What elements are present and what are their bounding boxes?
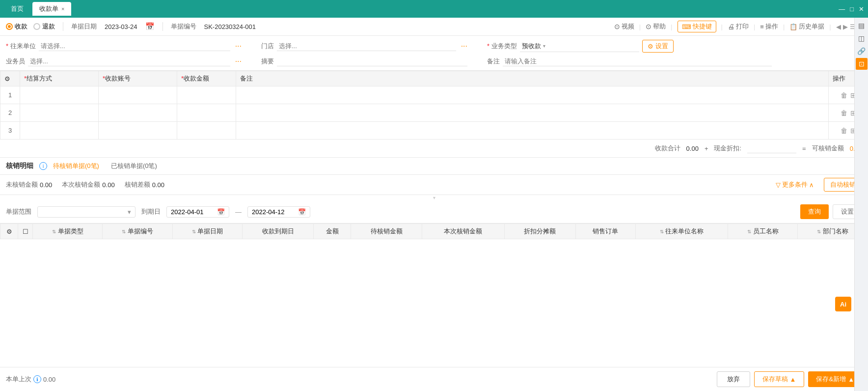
row-2-account[interactable] (99, 104, 177, 122)
current-stat: 本次核销金额 0.00 (62, 180, 114, 189)
history-btn[interactable]: 📋 历史单据 (789, 22, 824, 31)
range-select[interactable]: ▾ (37, 206, 136, 218)
row-3-amount[interactable] (177, 122, 236, 140)
net-label: 可核销金额 (812, 144, 844, 153)
bottom-table-wrapper[interactable]: ⚙ ☐ ⇅ 单据类型 ⇅ 单据编号 ⇅ 单据日期 收款到期日 金额 待核销金额 … (0, 223, 868, 367)
query-button[interactable]: 查询 (800, 204, 829, 219)
due-date-label: 到期日 (141, 207, 161, 216)
window-close[interactable]: ✕ (859, 5, 864, 13)
abandon-button[interactable]: 放弃 (717, 371, 750, 387)
print-label: 打印 (736, 22, 749, 31)
more-conditions-btn[interactable]: ▽ 更多条件 ∧ (776, 180, 814, 189)
tab-home[interactable]: 首页 (4, 2, 30, 16)
diff-value: 0.00 (152, 181, 164, 189)
staff-input[interactable] (28, 56, 230, 66)
bt-th-discount: 折扣分摊额 (504, 224, 575, 239)
row-2-amount[interactable] (177, 104, 236, 122)
date-to-input[interactable] (252, 208, 296, 216)
sidebar-table-icon[interactable]: ▤ (856, 20, 868, 31)
bt-th-current: 本次核销金额 (422, 224, 505, 239)
bt-th-check[interactable]: ☐ (18, 224, 33, 239)
date-to-wrapper[interactable]: 📅 (247, 206, 310, 218)
store-input[interactable] (277, 41, 456, 51)
number-label: 单据编号 (171, 22, 196, 31)
calendar-icon[interactable]: 📅 (145, 22, 155, 31)
shortcut-btn[interactable]: ⌨ 快捷键 (678, 21, 716, 32)
toolbar: 收款 退款 单据日期 2023-03-24 📅 单据编号 SK-20230324… (0, 18, 868, 36)
save-new-caret: ▲ (848, 376, 854, 383)
biz-type-label: * 业务类型 (487, 42, 517, 51)
row-2-delete[interactable]: 🗑 (841, 109, 847, 117)
biz-type-chevron: ▾ (543, 43, 545, 49)
receipt-radio-circle (6, 23, 13, 30)
range-caret: ▾ (128, 208, 131, 216)
th-gear[interactable]: ⚙ (0, 71, 20, 86)
tab-home-label: 首页 (11, 4, 24, 13)
operations-btn[interactable]: ≡ 操作 (760, 22, 778, 31)
tab-receipt-close[interactable]: × (61, 6, 64, 12)
row-1-account[interactable] (99, 86, 177, 104)
table-row: 2 🗑 ⊞ (0, 104, 868, 122)
nav-prev-icon[interactable]: ◀ (836, 23, 841, 30)
row-2-settlement[interactable] (20, 104, 99, 122)
print-icon: 🖨 (728, 23, 734, 30)
pending-tab[interactable]: 待核销单据(0笔) (53, 162, 99, 170)
staff-dots[interactable]: ··· (235, 57, 242, 66)
staff-field: 业务员 ··· (6, 56, 242, 66)
window-minimize[interactable]: — (839, 5, 845, 13)
table-row: 3 🗑 ⊞ (0, 122, 868, 140)
row-3-delete[interactable]: 🗑 (841, 127, 847, 135)
calendar-from-icon[interactable]: 📅 (217, 208, 225, 216)
biz-type-select[interactable]: 预收款 ▾ (520, 41, 639, 52)
bt-th-gear[interactable]: ⚙ (0, 224, 18, 239)
row-1-delete[interactable]: 🗑 (841, 91, 847, 99)
done-tab[interactable]: 已核销单据(0笔) (111, 162, 157, 170)
partner-label: * 往来单位 (6, 42, 36, 51)
bt-th-number: ⇅ 单据编号 (103, 224, 172, 239)
footer-info-icon[interactable]: ℹ (33, 375, 41, 383)
summary-field: 摘要 (261, 56, 467, 66)
summary-input[interactable] (277, 56, 467, 66)
print-btn[interactable]: 🖨 打印 (728, 22, 749, 31)
row-2-remark[interactable] (236, 104, 829, 122)
video-btn[interactable]: ⊙ 视频 (614, 22, 634, 31)
sidebar-edit-icon[interactable]: ⊡ (856, 58, 868, 70)
nav-next-icon[interactable]: ▶ (843, 23, 848, 30)
row-1-amount[interactable] (177, 86, 236, 104)
receipt-radio[interactable]: 收款 (6, 22, 27, 31)
row-3-settlement[interactable] (20, 122, 99, 140)
staff-label: 业务员 (6, 57, 25, 66)
refund-radio[interactable]: 退款 (33, 22, 55, 31)
partner-dots[interactable]: ··· (235, 42, 242, 51)
help-btn[interactable]: ⊙ 帮助 (646, 22, 666, 31)
ai-badge[interactable]: Ai (835, 297, 851, 311)
note-label: 备注 (487, 57, 500, 66)
partner-input[interactable] (39, 41, 230, 51)
row-3-account[interactable] (99, 122, 177, 140)
date-from-input[interactable] (171, 208, 215, 216)
store-dots[interactable]: ··· (461, 42, 467, 51)
tab-receipt[interactable]: 收款单 × (32, 2, 71, 16)
sidebar-link-icon[interactable]: 🔗 (856, 45, 868, 57)
row-3-remark[interactable] (236, 122, 829, 140)
store-label: 门店 (261, 42, 274, 51)
date-from-wrapper[interactable]: 📅 (166, 206, 229, 218)
save-draft-button[interactable]: 保存草稿 ▲ (754, 371, 805, 387)
biz-type-value: 预收款 (522, 42, 541, 51)
shortcut-label: 快捷键 (693, 22, 712, 31)
bt-th-staff: ⇅ 员工名称 (728, 224, 798, 239)
receipt-table: ⚙ *结算方式 *收款账号 *收款金额 备注 操作 1 (0, 71, 868, 140)
total-label: 收款合计 (655, 144, 680, 153)
note-input[interactable] (503, 56, 772, 66)
save-draft-caret: ▲ (790, 376, 796, 383)
settings-button[interactable]: ⚙ 设置 (642, 40, 674, 53)
writeoff-info-icon[interactable]: i (39, 162, 47, 170)
row-1-remark[interactable] (236, 86, 829, 104)
discount-input[interactable] (747, 143, 796, 153)
row-1-settlement[interactable] (20, 86, 99, 104)
footer-buttons: 放弃 保存草稿 ▲ 保存&新增 ▲ (717, 371, 862, 387)
window-restore[interactable]: □ (850, 5, 854, 13)
calendar-to-icon[interactable]: 📅 (298, 208, 306, 216)
sidebar-doc-icon[interactable]: ◫ (856, 32, 868, 44)
collapse-caret[interactable]: ▾ (0, 195, 868, 200)
